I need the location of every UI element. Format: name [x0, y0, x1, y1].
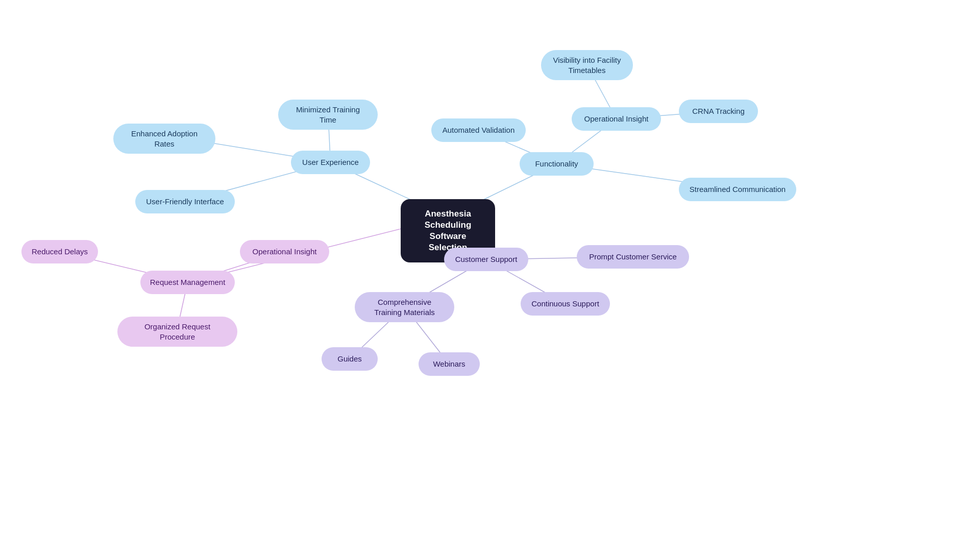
comprehensive_training-node: Comprehensive Training Materials: [355, 292, 454, 322]
request_management-node: Request Management: [140, 271, 235, 294]
guides-node: Guides: [322, 347, 378, 371]
reduced_delays-node: Reduced Delays: [21, 240, 98, 263]
functionality-node: Functionality: [520, 152, 594, 176]
prompt_customer-node: Prompt Customer Service: [577, 245, 689, 269]
visibility-node: Visibility into Facility Timetables: [541, 50, 633, 80]
continuous_support-node: Continuous Support: [521, 292, 610, 316]
crna_tracking-node: CRNA Tracking: [679, 100, 758, 123]
operational_insight_purple-node: Operational Insight: [240, 240, 329, 263]
minimized_training-node: Minimized Training Time: [278, 100, 378, 130]
customer_support-node: Customer Support: [444, 248, 528, 271]
operational_insight_blue-node: Operational Insight: [572, 107, 661, 131]
automated_validation-node: Automated Validation: [431, 118, 526, 142]
user_experience-node: User Experience: [291, 151, 370, 174]
streamlined_comm-node: Streamlined Communication: [679, 178, 796, 201]
webinars-node: Webinars: [419, 352, 480, 376]
user_friendly-node: User-Friendly Interface: [135, 190, 235, 213]
organized_request-node: Organized Request Procedure: [117, 317, 237, 347]
enhanced_adoption-node: Enhanced Adoption Rates: [113, 124, 215, 154]
